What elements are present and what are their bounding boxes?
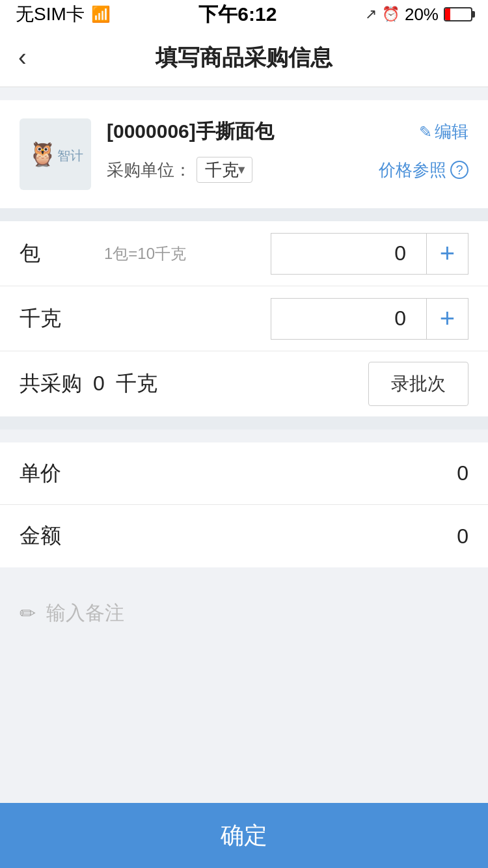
summary-row: 共采购 0 千克 录批次 bbox=[0, 351, 488, 416]
summary-text: 共采购 0 千克 bbox=[20, 370, 157, 398]
bao-sublabel: 1包=10千克 bbox=[104, 243, 186, 264]
status-bar: 无SIM卡 📶 下午6:12 ↗ ⏰ 20% bbox=[0, 0, 488, 29]
kg-label: 千克 bbox=[20, 305, 98, 333]
kg-quantity-input[interactable] bbox=[271, 298, 427, 340]
unit-select[interactable]: 千克 bbox=[197, 157, 252, 183]
unit-select-wrapper[interactable]: 千克 bbox=[197, 157, 252, 183]
battery-icon bbox=[444, 7, 472, 21]
summary-unit: 千克 bbox=[116, 372, 157, 395]
status-right: ↗ ⏰ 20% bbox=[365, 5, 472, 25]
product-name-row: [0000006]手撕面包 ✎ 编辑 bbox=[107, 118, 468, 145]
unit-label-text: 采购单位： bbox=[107, 159, 191, 182]
bao-plus-button[interactable]: + bbox=[427, 233, 468, 275]
edit-label: 编辑 bbox=[435, 120, 468, 143]
nav-bar: ‹ 填写商品采购信息 bbox=[0, 29, 488, 87]
carrier-text: 无SIM卡 bbox=[16, 2, 85, 27]
price-ref-label: 价格参照 bbox=[379, 159, 446, 182]
amount-row: 金额 0 bbox=[0, 505, 488, 567]
pencil-icon: ✏ bbox=[20, 602, 36, 625]
bao-label: 包 bbox=[20, 239, 98, 268]
product-full-name: [0000006]手撕面包 bbox=[107, 118, 274, 145]
edit-button[interactable]: ✎ 编辑 bbox=[419, 120, 468, 143]
unit-label: 采购单位： 千克 bbox=[107, 157, 252, 183]
amount-label: 金额 bbox=[20, 522, 61, 550]
gps-icon: ↗ bbox=[365, 6, 377, 23]
kg-input-right: + bbox=[271, 298, 468, 340]
summary-amount: 0 bbox=[93, 372, 105, 395]
product-card: 🦉 智计 [0000006]手撕面包 ✎ 编辑 采购单位： 千克 价格参照 ? bbox=[0, 100, 488, 208]
help-icon: ? bbox=[450, 161, 468, 179]
section-divider-2 bbox=[0, 416, 488, 429]
product-unit-row: 采购单位： 千克 价格参照 ? bbox=[107, 157, 468, 183]
status-time: 下午6:12 bbox=[198, 1, 277, 28]
back-button[interactable]: ‹ bbox=[18, 44, 27, 72]
remarks-section[interactable]: ✏ 输入备注 bbox=[0, 580, 488, 658]
remarks-input-row: ✏ 输入备注 bbox=[20, 600, 468, 627]
price-ref-button[interactable]: 价格参照 ? bbox=[379, 159, 468, 182]
price-section: 单价 0 金额 0 bbox=[0, 442, 488, 567]
status-left: 无SIM卡 📶 bbox=[16, 2, 111, 27]
battery-percent: 20% bbox=[405, 5, 439, 25]
product-thumbnail: 🦉 智计 bbox=[20, 118, 91, 190]
kg-input-row: 千克 + bbox=[0, 286, 488, 351]
unit-price-value: 0 bbox=[457, 461, 468, 485]
bao-input-right: + bbox=[271, 233, 468, 275]
record-batch-button[interactable]: 录批次 bbox=[368, 362, 468, 406]
wifi-icon: 📶 bbox=[91, 5, 111, 23]
input-section: 包 1包=10千克 + 千克 + bbox=[0, 221, 488, 351]
bao-quantity-input[interactable] bbox=[271, 233, 427, 275]
product-info: [0000006]手撕面包 ✎ 编辑 采购单位： 千克 价格参照 ? bbox=[107, 118, 468, 183]
unit-price-label: 单价 bbox=[20, 459, 61, 488]
remarks-placeholder: 输入备注 bbox=[46, 600, 124, 627]
bao-input-row: 包 1包=10千克 + bbox=[0, 221, 488, 286]
alarm-icon: ⏰ bbox=[382, 6, 400, 23]
edit-icon: ✎ bbox=[419, 123, 432, 141]
section-divider-1 bbox=[0, 208, 488, 221]
page-title: 填写商品采购信息 bbox=[156, 43, 332, 73]
unit-price-row: 单价 0 bbox=[0, 442, 488, 505]
summary-prefix: 共采购 bbox=[20, 372, 82, 395]
confirm-button-area[interactable]: 确定 bbox=[0, 803, 488, 868]
product-logo-text: 智计 bbox=[57, 147, 83, 165]
kg-plus-button[interactable]: + bbox=[427, 298, 468, 340]
product-logo: 🦉 bbox=[28, 142, 57, 166]
amount-value: 0 bbox=[457, 524, 468, 549]
confirm-button-label: 确定 bbox=[221, 820, 267, 852]
